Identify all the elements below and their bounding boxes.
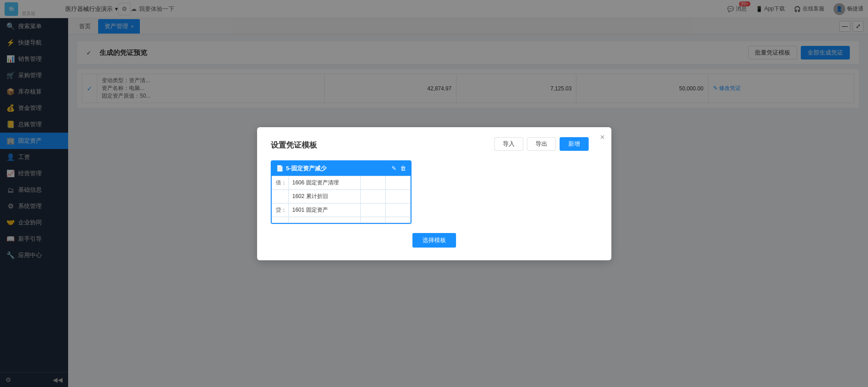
modal-close-button[interactable]: × <box>600 133 605 142</box>
template-card-body: 借： 1606 固定资产清理 1602 累计折旧 <box>272 176 411 223</box>
edit-template-icon[interactable]: ✎ <box>392 165 397 172</box>
entry-type-3: 贷： <box>272 203 288 217</box>
entry-row-3: 贷： 1601 固定资产 <box>272 203 410 217</box>
entry-credit-2 <box>385 189 410 203</box>
entry-row-2: 1602 累计折旧 <box>272 189 410 203</box>
entry-account-2: 1602 累计折旧 <box>288 189 360 203</box>
template-doc-icon: 📄 <box>276 165 283 172</box>
entry-row-4 <box>272 217 410 223</box>
entry-row-1: 借： 1606 固定资产清理 <box>272 176 410 189</box>
new-template-button[interactable]: 新增 <box>560 137 589 151</box>
entry-account-1: 1606 固定资产清理 <box>288 176 360 189</box>
entry-debit-2 <box>360 189 385 203</box>
entry-account-3: 1601 固定资产 <box>288 203 360 217</box>
entry-debit-3 <box>360 203 385 217</box>
template-entries-table: 借： 1606 固定资产清理 1602 累计折旧 <box>272 176 411 223</box>
import-button[interactable]: 导入 <box>494 137 523 151</box>
select-template-section: 选择模板 <box>271 233 598 248</box>
entry-type-2 <box>272 189 288 203</box>
entry-credit-1 <box>385 176 410 189</box>
entry-debit-4 <box>360 217 385 223</box>
entry-credit-3 <box>385 203 410 217</box>
entry-debit-1 <box>360 176 385 189</box>
template-card-fixed-assets: 📄 5-固定资产减少 ✎ 🗑 借： 1606 固定资产清理 <box>271 160 412 224</box>
delete-template-icon[interactable]: 🗑 <box>400 165 406 172</box>
modal-overlay: × 设置凭证模板 导入 导出 新增 📄 5-固定资产减少 ✎ 🗑 <box>0 0 868 387</box>
export-button[interactable]: 导出 <box>527 137 556 151</box>
entry-type-1: 借： <box>272 176 288 189</box>
entry-account-4 <box>288 217 360 223</box>
select-template-button[interactable]: 选择模板 <box>412 233 456 248</box>
template-list: 📄 5-固定资产减少 ✎ 🗑 借： 1606 固定资产清理 <box>271 160 598 224</box>
template-card-header: 📄 5-固定资产减少 ✎ 🗑 <box>272 161 411 176</box>
template-card-action-buttons: ✎ 🗑 <box>392 165 406 172</box>
entry-credit-4 <box>385 217 410 223</box>
voucher-template-modal: × 设置凭证模板 导入 导出 新增 📄 5-固定资产减少 ✎ 🗑 <box>257 127 611 260</box>
entry-type-4 <box>272 217 288 223</box>
modal-action-buttons: 导入 导出 新增 <box>494 137 589 151</box>
template-card-title: 📄 5-固定资产减少 <box>276 164 327 173</box>
